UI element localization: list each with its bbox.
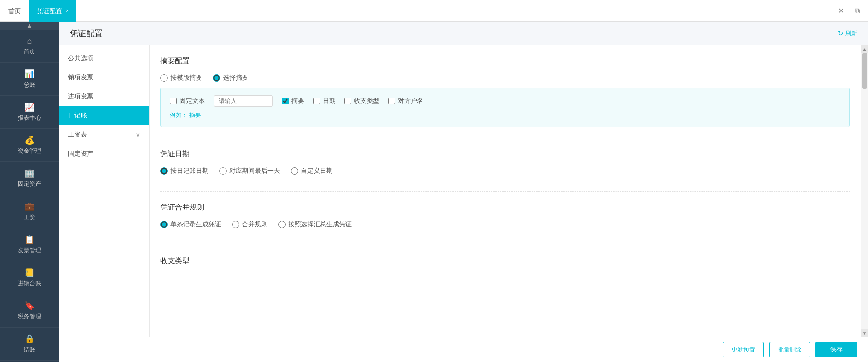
abstract-section-title: 摘要配置 — [160, 56, 850, 66]
page-header: 凭证配置 ↻ 刷新 — [59, 22, 868, 45]
window-restore-button[interactable]: ⧉ — [852, 5, 863, 16]
update-preset-button[interactable]: 更新预置 — [723, 342, 764, 357]
date-radio1[interactable] — [160, 167, 168, 175]
merge-radio3-text: 按照选择汇总生成凭证 — [288, 220, 352, 229]
counterpart-checkbox[interactable] — [388, 98, 395, 104]
left-nav-sales-label: 销项发票 — [68, 73, 93, 82]
left-nav-payslip-label: 工资表 — [68, 131, 87, 139]
abstract-radio1-text: 按模版摘要 — [170, 74, 202, 82]
sidebar-label-home: 首页 — [24, 48, 35, 56]
scroll-up-arrow[interactable]: ▲ — [861, 45, 868, 53]
merge-radio1-label[interactable]: 单条记录生成凭证 — [160, 220, 221, 229]
sidebar-item-invoice[interactable]: 📋 发票管理 — [0, 228, 59, 261]
reports-icon: 📈 — [24, 102, 34, 112]
ledger-icon: 📊 — [24, 69, 34, 79]
date-radio3[interactable] — [291, 167, 298, 175]
form-area: 摘要配置 按模版摘要 选择摘要 — [150, 45, 861, 337]
counterpart-check-label[interactable]: 对方户名 — [388, 97, 423, 105]
sidebar-label-tax: 税务管理 — [18, 313, 41, 321]
abstract-check-label[interactable]: 摘要 — [282, 97, 304, 105]
date-radio1-label[interactable]: 按日记账日期 — [160, 167, 209, 175]
left-nav-sales[interactable]: 销项发票 — [59, 68, 149, 87]
left-nav-purchase[interactable]: 进项发票 — [59, 87, 149, 106]
batch-delete-button[interactable]: 批量删除 — [769, 342, 810, 357]
left-nav-journal[interactable]: 日记账 — [59, 106, 149, 125]
abstract-radio1-label[interactable]: 按模版摘要 — [160, 74, 202, 82]
abstract-checkbox[interactable] — [282, 98, 289, 104]
home-icon: ⌂ — [27, 36, 32, 46]
left-nav-payslip[interactable]: 工资表 ∨ — [59, 125, 149, 144]
sidebar-label-reconcile: 进销台账 — [18, 279, 41, 288]
merge-radio2-label[interactable]: 合并规则 — [232, 220, 267, 229]
checkbox-row: 固定文本 摘要 日期 — [170, 95, 840, 107]
bottom-bar: 更新预置 批量删除 保存 — [59, 337, 868, 362]
date-check-label[interactable]: 日期 — [313, 97, 335, 105]
date-radio3-text: 自定义日期 — [301, 167, 333, 175]
checkbox-area: 固定文本 摘要 日期 — [160, 88, 850, 127]
tab-close-icon[interactable]: × — [66, 0, 69, 22]
sidebar-label-payroll: 工资 — [24, 213, 35, 221]
refresh-button[interactable]: ↻ 刷新 — [838, 29, 857, 38]
tab-voucher-config[interactable]: 凭证配置 × — [29, 0, 76, 22]
date-check-text: 日期 — [323, 97, 335, 105]
save-button[interactable]: 保存 — [815, 342, 857, 357]
merge-radio3[interactable] — [278, 221, 286, 228]
chevron-down-icon: ∨ — [136, 132, 140, 138]
sidebar-label-close: 结账 — [24, 346, 35, 354]
sidebar: ▲ ⌂ 首页 📊 总账 📈 报表中心 💰 资金管理 🏢 固定资产 💼 工资 📋 … — [0, 22, 59, 362]
abstract-radio2-label[interactable]: 选择摘要 — [213, 74, 248, 82]
example-value: 摘要 — [189, 112, 201, 118]
fixed-text-label[interactable]: 固定文本 — [170, 97, 205, 105]
sidebar-item-assets[interactable]: 🏢 固定资产 — [0, 162, 59, 195]
sidebar-item-reports[interactable]: 📈 报表中心 — [0, 96, 59, 129]
fixed-text-text: 固定文本 — [179, 97, 205, 105]
scroll-track[interactable] — [861, 53, 868, 329]
page-body: 公共选项 销项发票 进项发票 日记账 工资表 ∨ 固定资产 — [59, 45, 868, 337]
income-section-title: 收支类型 — [160, 256, 850, 266]
window-close-button[interactable]: ✕ — [835, 5, 846, 16]
sidebar-scroll-up[interactable]: ▲ — [0, 22, 59, 30]
left-nav-fixedasset[interactable]: 固定资产 — [59, 144, 149, 163]
abstract-radio-group: 按模版摘要 选择摘要 — [160, 74, 850, 82]
merge-radio3-label[interactable]: 按照选择汇总生成凭证 — [278, 220, 352, 229]
merge-radio-group: 单条记录生成凭证 合并规则 按照选择汇总生成凭证 — [160, 220, 850, 229]
left-nav-journal-label: 日记账 — [68, 112, 87, 120]
sidebar-label-funds: 资金管理 — [18, 147, 41, 155]
tab-voucher-label: 凭证配置 — [37, 0, 62, 22]
date-radio1-text: 按日记账日期 — [170, 167, 209, 175]
fixed-text-checkbox[interactable] — [170, 98, 177, 104]
sidebar-item-ledger[interactable]: 📊 总账 — [0, 63, 59, 96]
scroll-down-arrow[interactable]: ▼ — [861, 329, 868, 337]
abstract-section: 摘要配置 按模版摘要 选择摘要 — [160, 56, 850, 138]
sidebar-label-ledger: 总账 — [24, 81, 35, 89]
abstract-radio1[interactable] — [160, 74, 168, 82]
fixed-text-input[interactable] — [214, 95, 273, 107]
left-nav-purchase-label: 进项发票 — [68, 93, 93, 101]
income-type-check-label[interactable]: 收支类型 — [344, 97, 379, 105]
merge-section: 凭证合并规则 单条记录生成凭证 合并规则 按照选择汇总生成凭证 — [160, 203, 850, 245]
sidebar-item-reconcile[interactable]: 📒 进销台账 — [0, 261, 59, 294]
income-section: 收支类型 — [160, 256, 850, 285]
date-section-title: 凭证日期 — [160, 149, 850, 159]
sidebar-item-home[interactable]: ⌂ 首页 — [0, 30, 59, 63]
date-checkbox[interactable] — [313, 98, 320, 104]
tab-home[interactable]: 首页 — [0, 0, 29, 22]
sidebar-item-close[interactable]: 🔒 结账 — [0, 328, 59, 361]
example-label: 例如： — [170, 112, 188, 118]
merge-radio2[interactable] — [232, 221, 239, 228]
date-radio3-label[interactable]: 自定义日期 — [291, 167, 333, 175]
abstract-radio2-text: 选择摘要 — [223, 74, 248, 82]
left-nav-public[interactable]: 公共选项 — [59, 49, 149, 68]
sidebar-item-tax[interactable]: 🔖 税务管理 — [0, 294, 59, 328]
sidebar-item-funds[interactable]: 💰 资金管理 — [0, 129, 59, 162]
sidebar-label-invoice: 发票管理 — [18, 246, 41, 254]
income-type-checkbox[interactable] — [344, 98, 351, 104]
date-section: 凭证日期 按日记账日期 对应期间最后一天 自定义日期 — [160, 149, 850, 192]
date-radio2-label[interactable]: 对应期间最后一天 — [219, 167, 280, 175]
sidebar-item-payroll[interactable]: 💼 工资 — [0, 195, 59, 228]
refresh-icon: ↻ — [838, 29, 844, 38]
date-radio2[interactable] — [219, 167, 227, 175]
merge-radio1[interactable] — [160, 221, 168, 228]
abstract-radio2[interactable] — [213, 74, 220, 82]
content-area: 凭证配置 ↻ 刷新 公共选项 销项发票 进项发票 日记账 — [59, 22, 868, 362]
